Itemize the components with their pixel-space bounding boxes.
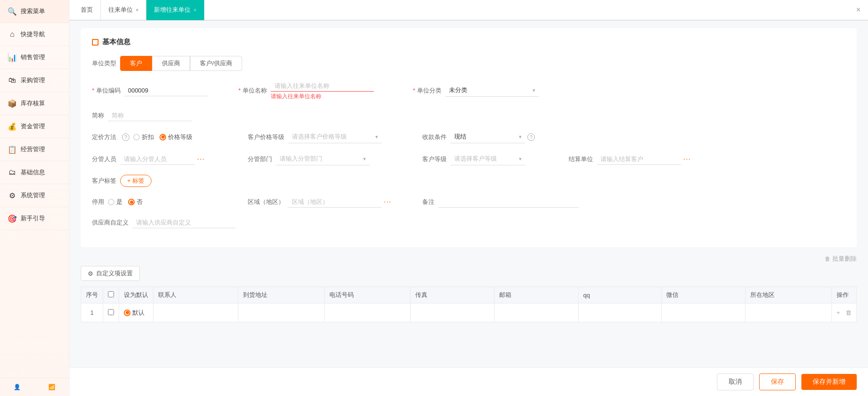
unit-btn-customer[interactable]: 客户	[120, 56, 152, 71]
window-close-button[interactable]: ×	[856, 6, 860, 14]
chevron-down-icon5: ▾	[519, 156, 522, 162]
sidebar-item-search[interactable]: 🔍 搜索菜单	[0, 0, 69, 23]
settlement-more-btn[interactable]: ···	[681, 155, 693, 163]
note-input[interactable]	[438, 196, 579, 208]
tab-home[interactable]: 首页	[73, 0, 101, 20]
sidebar-user-btn[interactable]: 👤	[0, 378, 35, 396]
region-table-input[interactable]	[750, 307, 826, 318]
sidebar-item-sales[interactable]: 📊 销售管理	[0, 46, 69, 69]
tab-new-partner-close[interactable]: ×	[193, 7, 196, 13]
unit-code-input[interactable]	[124, 85, 209, 96]
payment-terms-select[interactable]: 现结 ▾	[450, 131, 525, 143]
sidebar-item-finance[interactable]: 💰 资金管理	[0, 115, 69, 138]
save-button[interactable]: 保存	[759, 373, 796, 390]
region-input[interactable]	[288, 196, 382, 208]
customer-price-level-field: 客户价格等级 请选择客户价格等级 ▾	[248, 131, 407, 143]
cancel-button[interactable]: 取消	[717, 373, 754, 390]
guide-icon: 🎯	[8, 214, 17, 223]
manager-more-btn[interactable]: ···	[195, 155, 206, 163]
sidebar-item-system[interactable]: ⚙ 系统管理	[0, 184, 69, 207]
pricing-method-label: 定价方法	[92, 133, 116, 141]
col-phone: 电话号码	[324, 287, 410, 303]
search-icon: 🔍	[8, 7, 17, 16]
tab-partner-list[interactable]: 往来单位 ×	[101, 0, 146, 20]
col-email: 邮箱	[494, 287, 578, 303]
add-tag-button[interactable]: + 标签	[120, 175, 152, 187]
batch-delete-label[interactable]: 批量删除	[832, 255, 857, 263]
cell-email	[494, 303, 578, 322]
select-all-checkbox[interactable]	[108, 291, 114, 297]
yes-radio-circle	[108, 199, 114, 205]
save-new-button[interactable]: 保存并新增	[801, 374, 857, 390]
yes-label: 是	[116, 198, 122, 206]
unit-name-label: 单位名称	[238, 86, 267, 95]
settlement-unit-input[interactable]	[597, 154, 681, 165]
payment-help-icon[interactable]: ?	[527, 133, 535, 141]
fax-input[interactable]	[415, 307, 489, 318]
sidebar-signal-btn[interactable]: 📶	[35, 378, 69, 396]
department-select[interactable]: 请输入分管部门 ▾	[276, 153, 370, 165]
customer-price-level-select[interactable]: 请选择客户价格等级 ▾	[288, 131, 382, 143]
unit-btn-supplier[interactable]: 供应商	[152, 56, 190, 71]
gear-small-icon: ⚙	[88, 270, 93, 277]
supplier-custom-field: 供应商自定义	[92, 217, 845, 228]
add-row-btn[interactable]: +	[837, 309, 840, 316]
region-more-btn[interactable]: ···	[382, 198, 393, 206]
contact-input[interactable]	[158, 307, 233, 318]
unit-code-label: 单位编码	[92, 86, 121, 95]
tab-partner-list-close[interactable]: ×	[136, 7, 138, 13]
address-input[interactable]	[243, 307, 319, 318]
unit-code-name-row: 单位编码 单位名称 请输入往来单位名称 单位分类 未分	[92, 80, 845, 101]
sidebar-item-inventory[interactable]: 📦 库存核算	[0, 92, 69, 115]
customer-tag-row: 客户标签 + 标签	[92, 175, 845, 187]
unit-type-row: 单位类型 客户 供应商 客户/供应商	[92, 56, 845, 71]
sidebar: 🔍 搜索菜单 ⌂ 快捷导航 📊 销售管理 🛍 采购管理 📦 库存核算 💰 资金管…	[0, 0, 69, 396]
email-input[interactable]	[499, 307, 573, 318]
qq-input[interactable]	[583, 307, 656, 318]
customer-level-select[interactable]: 请选择客户等级 ▾	[450, 153, 525, 165]
manager-label: 分管人员	[92, 155, 116, 163]
col-action: 操作	[831, 287, 856, 303]
phone-input[interactable]	[329, 307, 405, 318]
default-radio[interactable]: 默认	[124, 309, 148, 317]
sidebar-item-basic-info[interactable]: 🗂 基础信息	[0, 161, 69, 184]
home-icon: ⌂	[8, 30, 17, 39]
unit-code-field: 单位编码	[92, 85, 223, 96]
tab-new-partner[interactable]: 新增往来单位 ×	[146, 0, 204, 20]
disabled-no-radio[interactable]: 否	[128, 198, 143, 206]
disabled-label: 停用	[92, 198, 104, 206]
note-field: 备注	[422, 196, 845, 208]
unit-category-field: 单位分类 未分类 ▾	[413, 84, 563, 97]
region-label: 区域（地区）	[248, 198, 284, 206]
sidebar-item-purchase[interactable]: 🛍 采购管理	[0, 69, 69, 92]
box-icon: 📦	[8, 99, 17, 108]
supplier-custom-input[interactable]	[132, 217, 236, 228]
pricing-grade-radio[interactable]: 价格等级	[160, 133, 192, 141]
unit-category-select[interactable]: 未分类 ▾	[445, 84, 539, 97]
department-field: 分管部门 请输入分管部门 ▾	[248, 153, 407, 165]
sidebar-item-operations[interactable]: 📋 经营管理	[0, 138, 69, 161]
sidebar-item-guide[interactable]: 🎯 新手引导	[0, 207, 69, 230]
supplier-custom-label: 供应商自定义	[92, 218, 129, 227]
manager-field: 分管人员 ···	[92, 154, 233, 165]
cell-contact	[153, 303, 238, 322]
bottom-bar: 取消 保存 保存并新增	[69, 367, 868, 396]
manager-input[interactable]	[120, 154, 195, 165]
delete-row-btn[interactable]: 🗑	[845, 309, 852, 316]
sidebar-item-label: 经营管理	[21, 145, 45, 154]
unit-name-input[interactable]	[271, 80, 374, 92]
row-checkbox[interactable]	[108, 309, 114, 315]
pricing-discount-radio[interactable]: 折扣	[133, 133, 154, 141]
main-area: 首页 往来单位 × 新增往来单位 × × 基本信息 单位类型	[69, 0, 868, 396]
short-name-input[interactable]	[108, 110, 192, 121]
tab-home-label: 首页	[81, 6, 93, 14]
unit-btn-both[interactable]: 客户/供应商	[190, 56, 242, 71]
unit-name-with-error: 请输入往来单位名称	[271, 80, 374, 101]
cell-checkbox[interactable]	[103, 303, 119, 322]
pricing-help-icon[interactable]: ?	[122, 133, 129, 141]
custom-settings-button[interactable]: ⚙ 自定义项设置	[81, 266, 140, 281]
wechat-input[interactable]	[666, 307, 740, 318]
unit-name-error-msg: 请输入往来单位名称	[271, 93, 374, 101]
disabled-yes-radio[interactable]: 是	[108, 198, 122, 206]
sidebar-item-quick-nav[interactable]: ⌂ 快捷导航	[0, 23, 69, 46]
